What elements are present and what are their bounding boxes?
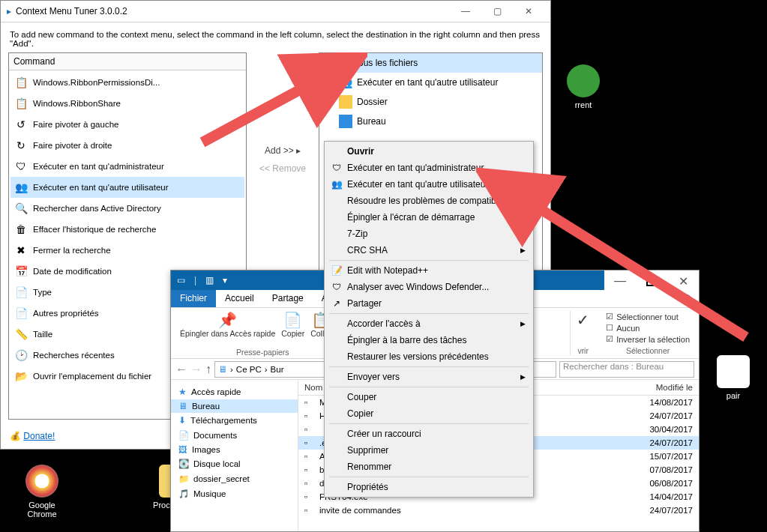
command-item[interactable]: 🗑Effacer l'historique de recherche xyxy=(10,219,244,240)
close-button[interactable]: ✕ xyxy=(667,270,699,291)
close-button[interactable]: ✕ xyxy=(513,1,544,22)
select-none-button[interactable]: ☐Aucun xyxy=(606,322,640,333)
crumb[interactable]: Ce PC xyxy=(236,365,262,374)
nav-item[interactable]: 📄Documents xyxy=(171,428,298,443)
menu-item[interactable]: Envoyer vers▶ xyxy=(326,369,532,385)
qa-icon[interactable]: ▥ xyxy=(205,275,214,285)
copy-button[interactable]: 📄 Copier xyxy=(281,311,304,348)
icon-label: pair xyxy=(727,391,740,400)
nav-item[interactable]: 📁dossier_secret xyxy=(171,471,298,486)
menu-item[interactable]: Renommer xyxy=(326,459,532,475)
file-row[interactable]: ▫invite de commandes24/07/2017 xyxy=(298,504,699,517)
nav-item[interactable]: ⬇Téléchargements xyxy=(171,413,298,428)
menu-icon: 📝 xyxy=(331,265,343,276)
nav-pane[interactable]: ★Accès rapide🖥Bureau⬇Téléchargements📄Doc… xyxy=(171,380,298,531)
maximize-button[interactable] xyxy=(646,276,657,286)
menu-item[interactable]: Supprimer xyxy=(326,442,532,459)
cmd-label: Type xyxy=(33,288,52,297)
tab-home[interactable]: Accueil xyxy=(216,290,263,307)
users-icon: 👥 xyxy=(339,76,352,89)
group-label: Sélectionner xyxy=(626,346,670,355)
command-item[interactable]: ↺Faire pivoter à gauche xyxy=(10,114,244,135)
menu-item[interactable]: 🛡Analyser avec Windows Defender... xyxy=(326,279,532,295)
nav-item[interactable]: 🎵Musique xyxy=(171,486,298,501)
file-date: 07/08/2017 xyxy=(610,465,693,474)
nav-icon: 💽 xyxy=(178,459,189,469)
tab-file[interactable]: Fichier xyxy=(171,290,216,307)
menu-item[interactable]: ↗Partager xyxy=(326,295,532,312)
minimize-button[interactable]: — xyxy=(450,1,481,22)
menu-item[interactable]: Épingler à l'écran de démarrage xyxy=(326,209,532,226)
command-item[interactable]: 📋Windows.RibbonShare xyxy=(10,93,244,114)
command-item[interactable]: 📋Windows.RibbonPermissionsDi... xyxy=(10,72,244,93)
nav-item[interactable]: ★Accès rapide xyxy=(171,384,298,399)
select-invert-button[interactable]: ☑Inverser la sélection xyxy=(606,333,690,345)
context-menu[interactable]: Ouvrir🛡Exécuter en tant qu'administrateu… xyxy=(324,141,534,498)
nav-item[interactable]: 💽Disque local xyxy=(171,456,298,471)
menu-item[interactable]: Copier xyxy=(326,405,532,422)
donate-label: Donate! xyxy=(23,431,55,441)
menu-label: Résoudre les problèmes de compatibilité xyxy=(347,196,510,206)
cmd-label: Exécuter en tant qu'autre utilisateur xyxy=(33,183,169,192)
back-button[interactable]: ← xyxy=(175,363,187,376)
file-date: 06/08/2017 xyxy=(610,479,693,488)
menu-label: Renommer xyxy=(347,462,391,472)
tuner-titlebar[interactable]: ▸ Context Menu Tuner 3.0.0.2 — ▢ ✕ xyxy=(1,1,550,22)
command-item[interactable]: 🛡Exécuter en tant qu'administrateur xyxy=(10,156,244,177)
cmd-label: Windows.RibbonShare xyxy=(33,99,121,108)
cmd-label: Fermer la recherche xyxy=(33,246,111,255)
menu-item[interactable]: Accorder l'accès à▶ xyxy=(326,315,532,332)
tab-share[interactable]: Partage xyxy=(263,290,313,307)
command-item[interactable]: 🔍Rechercher dans Active Directory xyxy=(10,198,244,219)
command-item[interactable]: 👥Exécuter en tant qu'autre utilisateur xyxy=(10,177,244,198)
icon-label: rrent xyxy=(575,100,592,109)
menu-item[interactable]: Couper xyxy=(326,389,532,405)
menu-item[interactable]: Épingler à la barre des tâches xyxy=(326,332,532,348)
col-modified[interactable]: Modifié le xyxy=(610,383,693,392)
menu-item[interactable]: Créer un raccourci xyxy=(326,426,532,442)
donate-link[interactable]: 💰 Donate! xyxy=(10,431,55,441)
chevron-right-icon: › xyxy=(230,365,233,374)
menu-item[interactable]: Ouvrir xyxy=(326,143,532,160)
file-icon: ▫ xyxy=(304,411,319,420)
icon-label: Google Chrome xyxy=(27,501,56,519)
menu-item[interactable]: Propriétés xyxy=(326,479,532,495)
pin-button[interactable]: 📌 Épingler dans Accès rapide xyxy=(180,311,275,348)
maximize-button[interactable]: ▢ xyxy=(481,1,513,22)
help-icon[interactable]: ⓘ xyxy=(675,290,699,307)
qa-icon[interactable]: ▾ xyxy=(223,275,227,285)
desktop-icon-utorrent[interactable]: rrent xyxy=(555,64,612,109)
menu-item[interactable]: 👥Exécuter en tant qu'autre utilisateur xyxy=(326,176,532,193)
tree-child[interactable]: Bureau xyxy=(319,112,542,131)
desktop-icon-pair[interactable]: pair xyxy=(705,355,762,400)
file-date: 30/04/2017 xyxy=(610,425,693,434)
file-icon: ▫ xyxy=(304,438,319,447)
menu-item[interactable]: 🛡Exécuter en tant qu'administrateur xyxy=(326,160,532,176)
select-all-button[interactable]: ☑Sélectionner tout xyxy=(606,311,679,322)
tree-root[interactable]: ⌄ 📄 Tous les fichiers xyxy=(319,53,542,73)
nav-item[interactable]: 🖼Images xyxy=(171,443,298,456)
tree-child[interactable]: Dossier xyxy=(319,92,542,112)
cmd-label: Faire pivoter à droite xyxy=(33,141,112,150)
open-icon[interactable]: ✓ xyxy=(577,311,589,329)
menu-item[interactable]: 📝Edit with Notepad++ xyxy=(326,262,532,279)
search-input[interactable]: Rechercher dans : Bureau xyxy=(559,361,694,378)
up-button[interactable]: ↑ xyxy=(205,363,211,376)
crumb[interactable]: Bur xyxy=(271,365,284,374)
minimize-button[interactable]: — xyxy=(604,270,636,291)
menu-item[interactable]: 7-Zip▶ xyxy=(326,226,532,242)
add-button[interactable]: Add >> ▸ xyxy=(265,145,301,156)
cmd-label: Ouvrir l'emplacement du fichier xyxy=(33,372,151,381)
desktop-icon-chrome[interactable]: Google Chrome xyxy=(13,465,70,519)
menu-item[interactable]: Résoudre les problèmes de compatibilité xyxy=(326,193,532,209)
forward-button[interactable]: → xyxy=(190,363,202,376)
menu-label: Exécuter en tant qu'autre utilisateur xyxy=(347,179,488,190)
menu-item[interactable]: CRC SHA▶ xyxy=(326,242,532,259)
tree-child[interactable]: 👥 Exécuter en tant qu'autre utilisateur xyxy=(319,73,542,92)
copy-icon: 📄 xyxy=(281,311,304,329)
nav-item[interactable]: 🖥Bureau xyxy=(171,399,298,413)
menu-label: Supprimer xyxy=(347,445,388,456)
menu-item[interactable]: Restaurer les versions précédentes xyxy=(326,348,532,365)
command-item[interactable]: ✖Fermer la recherche xyxy=(10,240,244,261)
command-item[interactable]: ↻Faire pivoter à droite xyxy=(10,135,244,156)
